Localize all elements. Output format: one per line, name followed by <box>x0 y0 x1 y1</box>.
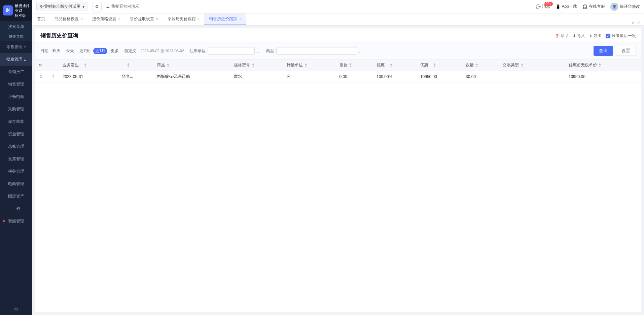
tabs-bar: 首页 商品价格设置 × 进价策略设置 × 售价提取设置 × 采购历史价跟踪 × … <box>32 13 644 26</box>
gear-icon: ⚙ <box>95 4 99 9</box>
col-rownum <box>47 60 59 71</box>
export-icon: ⬆ <box>589 34 593 38</box>
sidebar-nav-item-smart[interactable]: 智能管理 <box>0 215 32 228</box>
tab-close-purchase-history[interactable]: × <box>198 17 200 21</box>
demo-link[interactable]: ☁ 我要看实例演示 <box>106 4 139 9</box>
date-last7[interactable]: 近7天 <box>77 48 92 54</box>
col-spec[interactable]: 规格型号 ▲▼ <box>230 60 283 71</box>
source-label: 往来单位 <box>189 48 206 54</box>
chevron-down-icon: ▾ <box>82 4 84 9</box>
sidebar-nav-item-assets[interactable]: 固定资产 <box>0 190 32 203</box>
date-last1m[interactable]: 近1月 <box>93 48 108 54</box>
date-today[interactable]: 今天 <box>64 48 76 54</box>
user-menu[interactable]: 👤 徐泽华修改 <box>610 3 640 11</box>
sidebar-search[interactable]: 搜索菜单 <box>0 21 32 32</box>
product-input[interactable] <box>276 47 357 55</box>
col-pretax-price[interactable]: 优惠前无税单价 ▲▼ <box>565 60 641 71</box>
date-custom[interactable]: 自定义 <box>122 48 138 54</box>
sidebar-nav-item-inventory[interactable]: 库存核算 <box>0 115 32 128</box>
tab-close-price[interactable]: × <box>81 17 83 21</box>
row-settings[interactable]: ⚙ <box>35 71 47 82</box>
sidebar-nav-item-purchase[interactable]: 采购管理 <box>0 103 32 115</box>
date-range-display: 2023-05-02 至 2023-06-02 <box>140 48 184 54</box>
product-label: 商品 <box>266 48 274 54</box>
tab-minimize-icon[interactable]: ✕ <box>631 20 635 25</box>
col-discount2[interactable]: 优惠... ▲▼ <box>417 60 462 71</box>
tab-price[interactable]: 商品价格设置 × <box>50 13 87 25</box>
product-dots-button[interactable]: ... <box>359 48 363 54</box>
product-selector[interactable]: 好业财标准版交付试用 ▾ <box>36 2 88 11</box>
col-extra[interactable]: ... ▲▼ <box>118 60 153 71</box>
app-download-button[interactable]: 📱 App下载 <box>556 4 577 9</box>
sidebar-bottom-settings[interactable]: ⚙ <box>0 303 32 315</box>
cell-pretax-price: 10950.00 <box>565 71 641 82</box>
help-button[interactable]: ❓ 帮助 <box>554 33 569 39</box>
cell-price: 0.00 <box>336 71 373 82</box>
query-button[interactable]: 查询 <box>594 46 613 56</box>
page-header-actions: ❓ 帮助 ⬇ 导入 ⬆ 导出 ✓ 只看最后一次 <box>554 33 636 39</box>
sidebar-nav-item-invoice[interactable]: 发票管理 <box>0 153 32 165</box>
topbar-settings-button[interactable]: ⚙ <box>92 2 102 11</box>
sidebar-nav-item-retail[interactable]: 零售管理 ▾ <box>0 41 32 53</box>
col-price[interactable]: 报价 ▲▼ <box>336 60 373 71</box>
date-filter-group: 日期 昨天 今天 近7天 近1月 更多 自定义 2023-05-02 至 202… <box>40 48 184 54</box>
tab-close-sale-history[interactable]: × <box>239 17 241 21</box>
page-content: 销售历史价查询 ❓ 帮助 ⬇ 导入 ⬆ 导出 ✓ 只看最后一次 <box>35 28 641 312</box>
tabs-right-actions: ✕ ⤢ <box>628 20 644 25</box>
sidebar-nav-item-finance[interactable]: 资金管理 <box>0 128 32 140</box>
online-service-button[interactable]: 🎧 在线客服 <box>582 4 605 9</box>
topbar-right: 💬 消息 99+ 📱 App下载 🎧 在线客服 👤 徐泽华修改 <box>536 3 640 11</box>
import-button[interactable]: ⬇ 导入 <box>573 33 585 39</box>
tab-close-purchase-strategy[interactable]: × <box>118 17 120 21</box>
col-trans-type[interactable]: 交易类型 ▲▼ <box>499 60 552 71</box>
col-product[interactable]: 商品 ▲▼ <box>153 60 230 71</box>
sidebar-nav-item-salary[interactable]: 工资 <box>0 203 32 215</box>
source-dots-button[interactable]: ... <box>257 48 261 54</box>
filter-actions: 查询 设置 <box>594 46 636 56</box>
date-yesterday[interactable]: 昨天 <box>50 48 63 54</box>
sidebar-nav-item-ledger[interactable]: 总账管理 <box>0 140 32 153</box>
sidebar-nav-item-tax[interactable]: 税务管理 <box>0 165 32 178</box>
sidebar-nav-item-ecommerce[interactable]: 电商管理 <box>0 178 32 190</box>
page-header: 销售历史价查询 ❓ 帮助 ⬇ 导入 ⬆ 导出 ✓ 只看最后一次 <box>35 28 641 42</box>
col-biz-date[interactable]: 业务发生... ▲▼ <box>59 60 118 71</box>
settings-button[interactable]: 设置 <box>616 46 636 56</box>
avatar: 👤 <box>610 3 618 11</box>
date-more[interactable]: 更多 <box>109 48 121 54</box>
table-body: ⚙ 1 2023-05-31 华查... 丙烯酸-2-乙基己酯 散水 吨 0.0… <box>35 71 641 82</box>
tab-sale-history[interactable]: 销售历史价跟踪 × <box>204 13 246 25</box>
export-button[interactable]: ⬆ 导出 <box>589 33 602 39</box>
sidebar-nav-item-ecommerce-mini[interactable]: 小畅电商 <box>0 91 32 103</box>
col-discount1[interactable]: 优惠... ▲▼ <box>373 60 417 71</box>
col-quantity[interactable]: 数量 ▲▼ <box>462 60 499 71</box>
last-only-checkbox[interactable]: ✓ 只看最后一次 <box>606 33 636 39</box>
col-settings[interactable]: ⚙ <box>35 60 47 71</box>
row-num: 1 <box>47 71 59 82</box>
sidebar-nav-item-sales[interactable]: 销售管理 <box>0 78 32 91</box>
tab-expand-icon[interactable]: ⤢ <box>637 20 641 25</box>
logo-text: 畅捷通好业财 标准版 <box>15 3 30 18</box>
cloud-icon: ☁ <box>106 4 110 9</box>
col-unit[interactable]: 计量单位 ▲▼ <box>283 60 336 71</box>
tab-sale-extract[interactable]: 售价提取设置 × <box>125 13 163 25</box>
cell-quantity: 30.00 <box>462 71 499 82</box>
logo-icon: 财 <box>3 5 13 15</box>
source-input[interactable] <box>208 47 255 55</box>
sidebar-nav-item-marketing[interactable]: 营销推广 <box>0 66 32 78</box>
app-logo: 财 畅捷通好业财 标准版 <box>0 0 32 21</box>
topbar: 好业财标准版交付试用 ▾ ⚙ ☁ 我要看实例演示 💬 消息 99+ 📱 App下… <box>32 0 644 13</box>
tab-purchase-history[interactable]: 采购历史价跟踪 × <box>163 13 205 25</box>
filter-bar: 日期 昨天 今天 近7天 近1月 更多 自定义 2023-05-02 至 202… <box>35 42 641 60</box>
tab-close-sale-extract[interactable]: × <box>156 17 158 21</box>
table-row: ⚙ 1 2023-05-31 华查... 丙烯酸-2-乙基己酯 散水 吨 0.0… <box>35 71 641 82</box>
tab-home[interactable]: 首页 <box>32 13 50 25</box>
cell-spacer <box>552 71 565 82</box>
cell-unit: 吨 <box>283 71 336 82</box>
cell-trans-type <box>499 71 552 82</box>
sidebar-nav-item-wholesale[interactable]: 批发管理 ▴ <box>0 53 32 66</box>
tab-purchase-strategy[interactable]: 进价策略设置 × <box>87 13 125 25</box>
data-table-wrap: ⚙ 业务发生... ▲▼ ... ▲▼ 商品 ▲▼ 规格型号 ▲▼ <box>35 60 641 312</box>
message-button[interactable]: 💬 消息 99+ <box>536 4 550 9</box>
sidebar-quick-nav[interactable]: 快捷导航 <box>0 32 32 41</box>
main-content: 好业财标准版交付试用 ▾ ⚙ ☁ 我要看实例演示 💬 消息 99+ 📱 App下… <box>32 0 644 315</box>
